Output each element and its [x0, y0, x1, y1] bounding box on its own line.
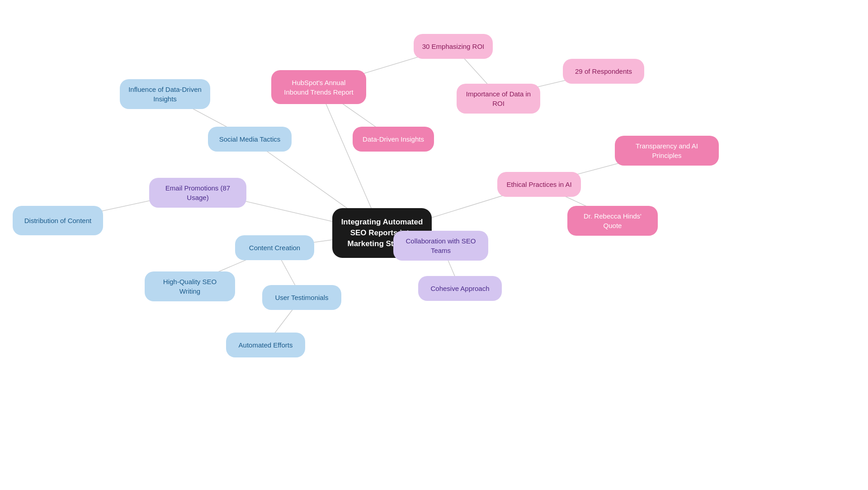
- node-data-driven[interactable]: Data-Driven Insights: [353, 127, 434, 152]
- node-hubspot[interactable]: HubSpot's Annual Inbound Trends Report: [271, 70, 366, 104]
- node-automated-efforts[interactable]: Automated Efforts: [226, 333, 305, 357]
- node-ethical[interactable]: Ethical Practices in AI: [497, 172, 581, 197]
- node-user-testimonials[interactable]: User Testimonials: [262, 285, 341, 310]
- node-content-creation[interactable]: Content Creation: [235, 235, 314, 260]
- node-transparency[interactable]: Transparency and AI Principles: [615, 136, 719, 166]
- node-importance-roi[interactable]: Importance of Data in ROI: [457, 84, 540, 114]
- node-distribution[interactable]: Distribution of Content: [13, 206, 103, 235]
- node-influence-data[interactable]: Influence of Data-Driven Insights: [120, 79, 210, 109]
- node-social-media[interactable]: Social Media Tactics: [208, 127, 292, 152]
- node-emphasizing-roi[interactable]: 30 Emphasizing ROI: [414, 34, 493, 59]
- node-cohesive[interactable]: Cohesive Approach: [418, 276, 502, 301]
- node-dr-rebecca[interactable]: Dr. Rebecca Hinds' Quote: [567, 206, 658, 236]
- node-respondents[interactable]: 29 of Respondents: [563, 59, 644, 84]
- node-email-promotions[interactable]: Email Promotions (87 Usage): [149, 178, 246, 208]
- mind-map: Integrating Automated SEO Reports into M…: [0, 0, 868, 490]
- node-collab-seo[interactable]: Collaboration with SEO Teams: [393, 231, 488, 261]
- node-hq-seo[interactable]: High-Quality SEO Writing: [145, 271, 235, 301]
